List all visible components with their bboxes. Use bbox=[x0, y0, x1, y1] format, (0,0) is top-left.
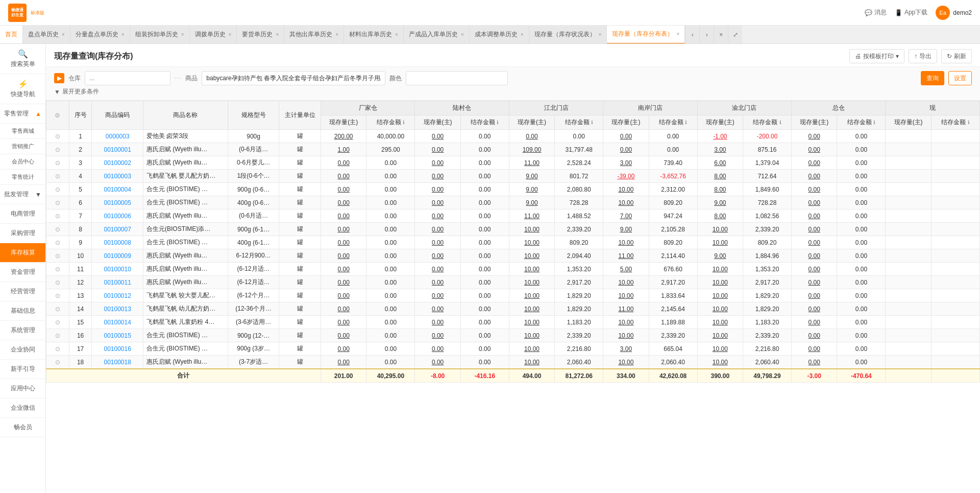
cell-code[interactable]: 00100012 bbox=[92, 289, 143, 302]
cell-lu-qty[interactable]: 0.00 bbox=[415, 316, 460, 329]
sidebar-item-ecommerce[interactable]: 电商管理 bbox=[0, 204, 45, 224]
sidebar-item-basic-info[interactable]: 基础信息 bbox=[0, 301, 45, 321]
cell-yb-qty[interactable]: 10.00 bbox=[697, 329, 743, 342]
cell-lu-qty[interactable]: 0.00 bbox=[415, 342, 460, 356]
cell-gear[interactable]: ⊙ bbox=[46, 183, 69, 196]
cell-total-qty[interactable]: 0.00 bbox=[792, 249, 837, 263]
cell-gear[interactable]: ⊙ bbox=[46, 356, 69, 369]
cell-jb-qty[interactable]: 9.00 bbox=[509, 183, 554, 196]
sidebar-item-search[interactable]: 🔍 搜索英单 bbox=[0, 44, 45, 74]
cell-total-qty[interactable]: 0.00 bbox=[792, 289, 837, 302]
cell-lu-qty[interactable]: 0.00 bbox=[415, 289, 460, 302]
export-button[interactable]: ↑ 导出 bbox=[909, 49, 937, 63]
cell-na-qty[interactable]: 10.00 bbox=[603, 356, 649, 369]
cell-total-qty[interactable]: 0.00 bbox=[792, 302, 837, 316]
tab-1[interactable]: 盘点单历史 × bbox=[23, 26, 70, 44]
cell-lu-qty[interactable]: 0.00 bbox=[415, 356, 460, 369]
cell-lu-qty[interactable]: 0.00 bbox=[415, 249, 460, 263]
cell-fac-qty[interactable]: 0.00 bbox=[321, 236, 366, 249]
cell-fac-qty[interactable]: 0.00 bbox=[321, 209, 366, 223]
cell-code[interactable]: 00100006 bbox=[92, 209, 143, 223]
cell-code[interactable]: 00100008 bbox=[92, 236, 143, 249]
cell-gear[interactable]: ⊙ bbox=[46, 170, 69, 183]
cell-fac-qty[interactable]: 0.00 bbox=[321, 196, 366, 209]
cell-gear[interactable]: ⊙ bbox=[46, 342, 69, 356]
cell-jb-qty[interactable]: 11.00 bbox=[509, 156, 554, 170]
tab-close-btn[interactable]: × bbox=[714, 26, 728, 44]
cell-yb-qty[interactable]: 10.00 bbox=[697, 263, 743, 276]
cell-jb-qty[interactable]: 10.00 bbox=[509, 249, 554, 263]
cell-code[interactable]: 0000003 bbox=[92, 130, 143, 143]
cell-total-qty[interactable]: 0.00 bbox=[792, 130, 837, 143]
sidebar-item-nav[interactable]: ⚡ 快捷导航 bbox=[0, 74, 45, 104]
cell-lu-qty[interactable]: 0.00 bbox=[415, 130, 460, 143]
cell-lu-qty[interactable]: 0.00 bbox=[415, 302, 460, 316]
tab-9[interactable]: 成本调整单历史 × bbox=[470, 26, 529, 44]
cell-code[interactable]: 00100004 bbox=[92, 183, 143, 196]
cell-jb-qty[interactable]: 109.00 bbox=[509, 143, 554, 156]
cell-code[interactable]: 00100001 bbox=[92, 143, 143, 156]
cell-jb-qty[interactable]: 10.00 bbox=[509, 342, 554, 356]
cell-total-qty[interactable]: 0.00 bbox=[792, 236, 837, 249]
sidebar-item-guide[interactable]: 新手引导 bbox=[0, 360, 45, 379]
cell-na-qty[interactable]: 11.00 bbox=[603, 302, 649, 316]
cell-fac-qty[interactable]: 0.00 bbox=[321, 329, 366, 342]
tab-expand-btn[interactable]: ⤢ bbox=[728, 26, 742, 44]
cell-total-qty[interactable]: 0.00 bbox=[792, 329, 837, 342]
cell-code[interactable]: 00100013 bbox=[92, 302, 143, 316]
cell-yb-qty[interactable]: 10.00 bbox=[697, 356, 743, 369]
cell-na-qty[interactable]: 3.00 bbox=[603, 342, 649, 356]
cell-jb-qty[interactable]: 10.00 bbox=[509, 236, 554, 249]
sidebar-item-app-center[interactable]: 应用中心 bbox=[0, 379, 45, 398]
cell-na-qty[interactable]: 10.00 bbox=[603, 236, 649, 249]
cell-na-qty[interactable]: 9.00 bbox=[603, 223, 649, 236]
cell-lu-qty[interactable]: 0.00 bbox=[415, 183, 460, 196]
user-area[interactable]: Ea demo2 bbox=[936, 6, 972, 20]
cell-yb-qty[interactable]: 6.00 bbox=[697, 156, 743, 170]
cell-code[interactable]: 00100005 bbox=[92, 196, 143, 209]
cell-na-qty[interactable]: -39.00 bbox=[603, 170, 649, 183]
cell-code[interactable]: 00100009 bbox=[92, 249, 143, 263]
cell-gear[interactable]: ⊙ bbox=[46, 276, 69, 289]
cell-yb-qty[interactable]: 10.00 bbox=[697, 289, 743, 302]
cell-fac-qty[interactable]: 0.00 bbox=[321, 156, 366, 170]
cell-na-qty[interactable]: 10.00 bbox=[603, 316, 649, 329]
cell-yb-qty[interactable]: 10.00 bbox=[697, 223, 743, 236]
message-btn[interactable]: 💬 消息 bbox=[865, 8, 887, 17]
sidebar-item-retail-stats[interactable]: 零售统计 bbox=[0, 170, 45, 185]
cell-gear[interactable]: ⊙ bbox=[46, 156, 69, 170]
cell-lu-qty[interactable]: 0.00 bbox=[415, 263, 460, 276]
cell-gear[interactable]: ⊙ bbox=[46, 316, 69, 329]
cell-lu-qty[interactable]: 0.00 bbox=[415, 223, 460, 236]
cell-fac-qty[interactable]: 1.00 bbox=[321, 143, 366, 156]
cell-na-qty[interactable]: 10.00 bbox=[603, 196, 649, 209]
cell-gear[interactable]: ⊙ bbox=[46, 263, 69, 276]
cell-gear[interactable]: ⊙ bbox=[46, 289, 69, 302]
cell-na-qty[interactable]: 3.00 bbox=[603, 156, 649, 170]
tab-6[interactable]: 其他出库单历史 × bbox=[284, 26, 344, 44]
sidebar-item-operations[interactable]: 经营管理 bbox=[0, 282, 45, 301]
cell-code[interactable]: 00100010 bbox=[92, 263, 143, 276]
cell-jb-qty[interactable]: 10.00 bbox=[509, 289, 554, 302]
tab-home[interactable]: 首页 bbox=[0, 26, 23, 44]
cell-total-qty[interactable]: 0.00 bbox=[792, 170, 837, 183]
cell-fac-qty[interactable]: 0.00 bbox=[321, 249, 366, 263]
tab-next-btn[interactable]: › bbox=[699, 26, 714, 44]
cell-na-qty[interactable]: 10.00 bbox=[603, 289, 649, 302]
cell-lu-qty[interactable]: 0.00 bbox=[415, 196, 460, 209]
cell-total-qty[interactable]: 0.00 bbox=[792, 223, 837, 236]
cell-total-qty[interactable]: 0.00 bbox=[792, 143, 837, 156]
cell-total-qty[interactable]: 0.00 bbox=[792, 316, 837, 329]
cell-jb-qty[interactable]: 10.00 bbox=[509, 263, 554, 276]
cell-lu-qty[interactable]: 0.00 bbox=[415, 156, 460, 170]
cell-code[interactable]: 00100011 bbox=[92, 276, 143, 289]
gear-icon[interactable]: ⚙ bbox=[55, 112, 60, 119]
cell-code[interactable]: 00100002 bbox=[92, 156, 143, 170]
cell-total-qty[interactable]: 0.00 bbox=[792, 156, 837, 170]
cell-lu-qty[interactable]: 0.00 bbox=[415, 329, 460, 342]
cell-na-qty[interactable]: 5.00 bbox=[603, 263, 649, 276]
cell-fac-qty[interactable]: 0.00 bbox=[321, 170, 366, 183]
cell-lu-qty[interactable]: 0.00 bbox=[415, 170, 460, 183]
cell-fac-qty[interactable]: 0.00 bbox=[321, 183, 366, 196]
tab-10[interactable]: 现存量（库存状况表） × bbox=[529, 26, 607, 44]
